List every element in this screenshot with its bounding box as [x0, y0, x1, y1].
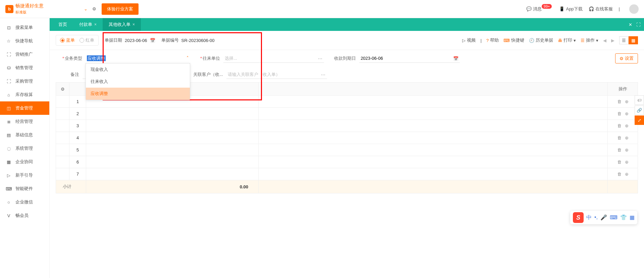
table-row[interactable]: 3🗑⊕ [56, 120, 638, 132]
radio-blue[interactable]: 蓝单 [60, 37, 75, 43]
attach-tool-button[interactable]: 🔗 [635, 105, 644, 115]
party-input[interactable] [223, 54, 324, 63]
chevron-up-icon[interactable]: ˄ [186, 55, 189, 60]
delete-icon[interactable]: 🗑 [617, 159, 622, 165]
delete-icon[interactable]: 🗑 [617, 135, 622, 140]
close-icon[interactable]: × [132, 22, 135, 27]
copy-icon[interactable]: ⊕ [625, 135, 629, 140]
divider: | [619, 6, 620, 11]
tab-2[interactable]: 其他收入单× [103, 18, 141, 31]
related-customer-input[interactable] [226, 70, 327, 79]
prev-icon[interactable]: ◀ [603, 38, 606, 43]
table-row[interactable]: 2🗑⊕ [56, 108, 638, 120]
dropdown-item-0[interactable]: 现金收入 [86, 63, 190, 76]
support-link[interactable]: 🎧 在线客服 [589, 6, 613, 12]
dropdown-item-1[interactable]: 往来收入 [86, 76, 190, 88]
table-row[interactable]: 6🗑⊕ [56, 156, 638, 168]
calendar-icon[interactable]: 📅 [150, 38, 155, 43]
table-row[interactable]: 5🗑⊕ [56, 144, 638, 156]
messages-link[interactable]: 💬 消息 99+ [526, 6, 553, 12]
sidebar-item-6[interactable]: ◫资金管理 [0, 101, 49, 115]
ime-mic-icon[interactable]: 🎤 [600, 214, 607, 221]
sidebar-item-10[interactable]: ▦企业协同 [0, 155, 49, 169]
close-icon[interactable]: × [94, 22, 97, 27]
dropdown-item-2[interactable]: 应收调整 [86, 88, 190, 100]
table-row[interactable]: 7🗑⊕ [56, 168, 638, 180]
help-link[interactable]: ?帮助 [486, 37, 499, 43]
party-field: *往来单位 ⋯ [200, 54, 324, 63]
sidebar-item-5[interactable]: ⌂库存核算 [0, 88, 49, 101]
copy-icon[interactable]: ⊕ [625, 111, 629, 116]
sidebar-item-8[interactable]: ▤基础信息 [0, 128, 49, 142]
settings-button[interactable]: ⚙ 设置 [615, 53, 638, 63]
chevron-down-icon: ⌄ [84, 6, 88, 11]
print-link[interactable]: 🖶打印▾ [558, 37, 576, 43]
tab-expand-icon[interactable]: ⛶ [636, 22, 641, 27]
try-industry-button[interactable]: 体验行业方案 [102, 3, 139, 15]
sidebar-item-2[interactable]: ⛶营销推广 [0, 48, 49, 61]
sidebar-item-1[interactable]: ☆快捷导航 [0, 34, 49, 48]
subtotal-amount: 0.00 [86, 180, 259, 193]
delete-icon[interactable]: 🗑 [617, 172, 622, 177]
ime-keyboard-icon[interactable]: ⌨ [610, 214, 618, 221]
ime-zh-icon[interactable]: 中 [586, 214, 592, 221]
sidebar-item-label: 企业协同 [15, 159, 33, 165]
copy-icon[interactable]: ⊕ [625, 159, 629, 165]
tag-tool-button[interactable]: 🏷 [635, 95, 644, 105]
form-row-1: *业务类型 应收调整 ˄ 现金收入往来收入应收调整 *往来单位 ⋯ 收款到期日 … [50, 50, 644, 67]
expand-tool-button[interactable]: ⤢ [635, 115, 644, 125]
ime-grid-icon[interactable]: ▦ [630, 214, 635, 221]
copy-icon[interactable]: ⊕ [625, 99, 629, 104]
toolbar-right: ▷视频 | ?帮助 ⌨快捷键 🕘历史单据 🖶打印▾ ☰操作▾ ◀ ▶ ☰ ▦ [462, 36, 638, 44]
more-icon[interactable]: ⋯ [318, 56, 323, 61]
delete-icon[interactable]: 🗑 [617, 147, 622, 152]
subtotal-label: 小计 [56, 180, 86, 193]
sidebar-item-14[interactable]: V畅会员 [0, 209, 49, 222]
header-right: 💬 消息 99+ 📱 App下载 🎧 在线客服 | [526, 4, 639, 14]
business-type-value[interactable]: 应收调整 [87, 55, 106, 61]
sidebar-item-11[interactable]: ▷新手引导 [0, 169, 49, 182]
next-icon[interactable]: ▶ [611, 38, 614, 43]
copy-icon[interactable]: ⊕ [625, 123, 629, 128]
sogou-logo-icon[interactable]: S [573, 212, 584, 223]
more-icon[interactable]: ⋯ [321, 72, 326, 77]
table-row[interactable]: 4🗑⊕ [56, 132, 638, 144]
tab-0[interactable]: 首页 [52, 18, 73, 31]
history-link[interactable]: 🕘历史单据 [529, 37, 553, 43]
ops-link[interactable]: ☰操作▾ [581, 37, 598, 43]
avatar[interactable] [629, 4, 639, 14]
calendar-icon[interactable]: 📅 [453, 56, 459, 61]
gear-icon[interactable]: ⚙ [92, 6, 96, 11]
view-list-button[interactable]: ☰ [619, 36, 629, 44]
tab-1[interactable]: 付款单× [73, 18, 103, 31]
delete-icon[interactable]: 🗑 [617, 123, 622, 128]
bill-date-value[interactable]: 2023-06-06 [125, 38, 147, 43]
video-link[interactable]: ▷视频 [462, 37, 476, 43]
delete-icon[interactable]: 🗑 [617, 99, 622, 104]
ime-toolbar: S 中 •, 🎤 ⌨ 👕 ▦ [570, 211, 637, 224]
sidebar-item-13[interactable]: ○企业微信 [0, 195, 49, 209]
copy-icon[interactable]: ⊕ [625, 172, 629, 177]
sidebar-item-3[interactable]: ⛁销售管理 [0, 61, 49, 75]
app-download-link[interactable]: 📱 App下载 [559, 6, 582, 12]
copy-icon[interactable]: ⊕ [625, 147, 629, 152]
tab-close-all-icon[interactable]: ✕ [629, 22, 632, 27]
sidebar-icon: ⌂ [6, 92, 11, 97]
due-date-input[interactable] [359, 54, 460, 63]
hotkey-link[interactable]: ⌨快捷键 [503, 37, 524, 43]
ime-punct-icon[interactable]: •, [594, 214, 598, 221]
view-card-button[interactable]: ▦ [629, 36, 638, 44]
ime-skin-icon[interactable]: 👕 [620, 214, 627, 221]
sidebar-item-7[interactable]: ≣经营管理 [0, 115, 49, 128]
sidebar-item-4[interactable]: ⛶采购管理 [0, 75, 49, 88]
sidebar-item-9[interactable]: ◌系统管理 [0, 142, 49, 155]
messages-label: 消息 [533, 6, 542, 12]
delete-icon[interactable]: 🗑 [617, 111, 622, 116]
gear-column-header[interactable]: ⚙ [56, 83, 69, 96]
company-select[interactable]: ⌄ [56, 6, 88, 11]
company-name-placeholder [56, 6, 57, 11]
sidebar-item-label: 资金管理 [15, 105, 33, 111]
radio-red[interactable]: 红单 [79, 37, 94, 43]
sidebar-item-0[interactable]: ⊡搜索菜单 [0, 21, 49, 34]
sidebar-item-12[interactable]: ⌨智能硬件 [0, 182, 49, 195]
